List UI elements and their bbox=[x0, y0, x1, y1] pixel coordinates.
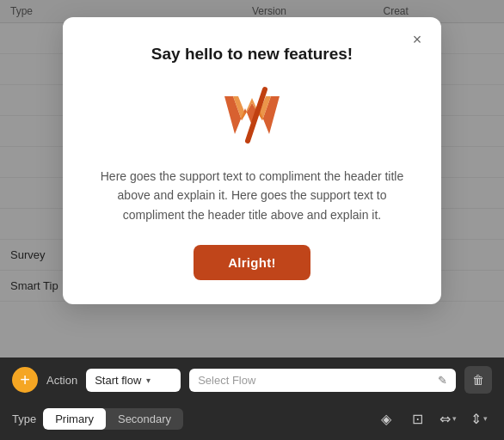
modal-title: Say hello to new features! bbox=[87, 45, 417, 64]
plus-icon: + bbox=[20, 370, 30, 390]
crop-icon-button[interactable]: ⊡ bbox=[404, 406, 430, 431]
delete-button[interactable]: 🗑 bbox=[464, 366, 492, 394]
droplet-icon-button[interactable]: ◈ bbox=[373, 406, 399, 431]
crop-icon: ⊡ bbox=[412, 411, 423, 427]
chevron-down-icon: ▾ bbox=[146, 376, 151, 385]
type-toggle: Primary Secondary bbox=[43, 408, 183, 430]
trash-icon: 🗑 bbox=[472, 373, 484, 387]
modal-dialog: × Say hello to new features! Here goes t… bbox=[63, 17, 441, 304]
align-v-icon: ⇕ ▾ bbox=[470, 411, 488, 427]
toolbar-icon-group: ◈ ⊡ ⇔ ▾ ⇕ ▾ bbox=[373, 406, 492, 431]
align-h-icon: ⇔ ▾ bbox=[439, 411, 457, 427]
start-flow-label: Start flow bbox=[95, 374, 141, 387]
primary-button[interactable]: Primary bbox=[43, 408, 106, 430]
secondary-button[interactable]: Secondary bbox=[106, 408, 183, 430]
align-horizontal-button[interactable]: ⇔ ▾ bbox=[435, 406, 461, 431]
type-label: Type bbox=[12, 412, 36, 425]
modal-confirm-button[interactable]: Alright! bbox=[194, 245, 310, 280]
action-label: Action bbox=[46, 374, 77, 387]
modal-close-button[interactable]: × bbox=[407, 29, 427, 50]
edit-icon: ✎ bbox=[438, 374, 447, 387]
modal-logo bbox=[218, 81, 286, 150]
start-flow-select[interactable]: Start flow ▾ bbox=[86, 369, 181, 392]
select-flow-placeholder: Select Flow bbox=[198, 374, 255, 387]
align-vertical-button[interactable]: ⇕ ▾ bbox=[466, 406, 492, 431]
select-flow-input[interactable]: Select Flow ✎ bbox=[189, 369, 456, 392]
modal-support-text: Here goes the support text to compliment… bbox=[87, 167, 417, 224]
toolbar-row-2: Type Primary Secondary ◈ ⊡ ⇔ ▾ ⇕ ▾ bbox=[12, 406, 492, 431]
droplet-icon: ◈ bbox=[381, 411, 391, 427]
add-button[interactable]: + bbox=[12, 367, 38, 393]
bottom-toolbar: + Action Start flow ▾ Select Flow ✎ 🗑 Ty… bbox=[0, 358, 504, 440]
